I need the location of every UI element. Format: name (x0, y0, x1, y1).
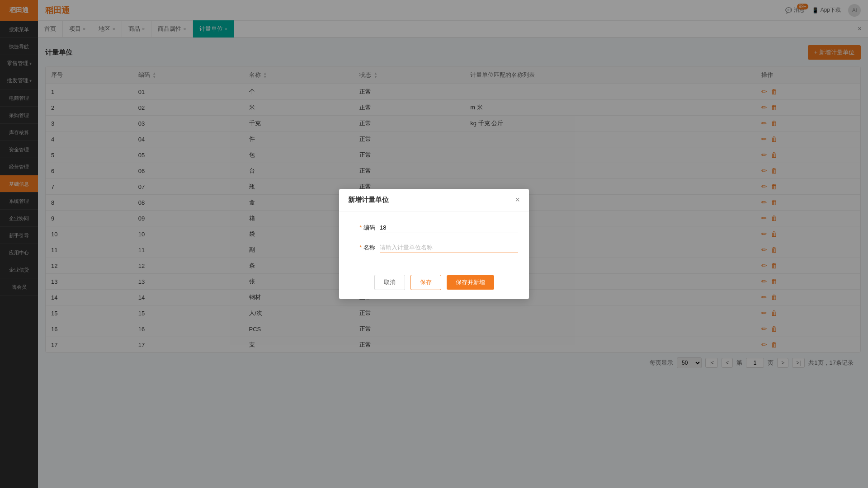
modal-overlay: 新增计量单位 × * 编码 * 名称 取消 保存 保存并新增 (0, 0, 868, 488)
modal-title: 新增计量单位 (348, 196, 389, 204)
form-row-code: * 编码 (350, 222, 518, 233)
modal-header: 新增计量单位 × (339, 189, 529, 211)
required-star-name: * (359, 244, 362, 251)
cancel-button[interactable]: 取消 (374, 275, 405, 290)
modal-close-button[interactable]: × (515, 195, 520, 205)
save-and-add-button[interactable]: 保存并新增 (447, 275, 494, 290)
form-name-label: * 名称 (350, 244, 375, 252)
modal-footer: 取消 保存 保存并新增 (339, 269, 529, 299)
add-unit-modal: 新增计量单位 × * 编码 * 名称 取消 保存 保存并新增 (339, 189, 529, 299)
save-button[interactable]: 保存 (410, 275, 441, 290)
modal-body: * 编码 * 名称 (339, 211, 529, 269)
required-star-code: * (359, 224, 362, 231)
name-input[interactable] (380, 242, 518, 253)
form-row-name: * 名称 (350, 242, 518, 253)
code-input[interactable] (380, 222, 518, 233)
form-code-label: * 编码 (350, 224, 375, 232)
